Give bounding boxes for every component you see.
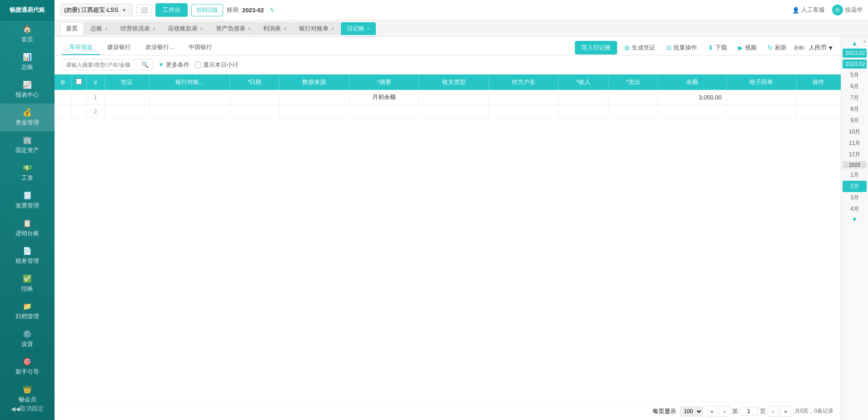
select-all-checkbox[interactable] (76, 79, 82, 84)
tab-assets-close[interactable]: × (248, 26, 251, 31)
date-panel-month-9[interactable]: 9月 (843, 115, 867, 126)
batch-op-icon: ⊟ (666, 44, 672, 51)
sidebar-item-guide[interactable]: 🎯 新手引导 (0, 353, 55, 380)
salary-icon: 💵 (23, 163, 32, 172)
sub-tabbar: 库存现金 建设银行 农业银行... 中国银行 导入日记账 ⊞ 生成凭证 (55, 37, 841, 55)
sidebar-item-asset[interactable]: 🏢 固定资产 (0, 131, 55, 159)
prev-page-button[interactable]: ‹ (719, 406, 730, 417)
page-number-input[interactable] (740, 407, 758, 416)
td-action (796, 90, 841, 105)
date-panel-month-8[interactable]: 8月 (843, 104, 867, 115)
search-icon[interactable]: 🔍 (141, 61, 149, 68)
settings-icon: ⚙️ (23, 330, 32, 338)
tab-profit-close[interactable]: × (284, 26, 286, 31)
date-panel-month-2[interactable]: 2月 (843, 181, 867, 192)
date-panel-close-button[interactable]: × (863, 39, 866, 45)
search-wrap[interactable]: 🔍 (62, 59, 153, 70)
th-checkbox[interactable] (71, 74, 86, 90)
sidebar-item-archive[interactable]: 📁 归档管理 (0, 297, 55, 325)
refresh-action[interactable]: ↻ 刷新 (764, 42, 790, 54)
th-counterparty: 对方户名 (489, 74, 559, 90)
user-service[interactable]: 👤 人工客服 (792, 6, 825, 14)
date-panel-year-header2: 2023.02 (843, 59, 867, 69)
first-page-button[interactable]: « (707, 406, 718, 417)
generate-voucher-icon: ⊞ (624, 44, 630, 51)
date-nav-up[interactable]: ▲ (851, 39, 859, 48)
th-date: *日期 (229, 74, 279, 90)
td-balance (658, 105, 727, 119)
page-label: 第 (732, 407, 738, 415)
switch-old-button[interactable]: 切到旧版 (191, 4, 223, 16)
tab-bankbook[interactable]: 银行对账单 × (293, 22, 340, 35)
date-panel-month-5[interactable]: 5月 (843, 69, 867, 81)
page-size-select[interactable]: 10 20 50 100 (680, 406, 703, 416)
sub-tab-ccb[interactable]: 建设银行 (100, 40, 138, 55)
daily-sum-checkbox[interactable] (195, 62, 201, 68)
date-panel-month-7[interactable]: 7月 (843, 92, 867, 104)
tab-ledger[interactable]: 总账 × (85, 22, 114, 35)
batch-op-action[interactable]: ⊟ 批量操作 (663, 42, 701, 54)
sidebar-item-home[interactable]: 🏠 首页 (0, 20, 55, 48)
user-info[interactable]: 徐 徐温华 (832, 5, 863, 15)
date-panel-month-6[interactable]: 6月 (843, 81, 867, 92)
view-action[interactable]: ▶ 视频 (734, 42, 760, 54)
generate-voucher-action[interactable]: ⊞ 生成凭证 (621, 42, 659, 54)
sidebar-item-settle[interactable]: ✅ 结账 (0, 270, 55, 297)
tab-receivable-close[interactable]: × (200, 26, 203, 31)
sidebar-item-report[interactable]: 📈 报表中心 (0, 76, 55, 104)
date-panel-month-11[interactable]: 11月 (843, 138, 867, 149)
app-logo: 畅捷通易代账 (0, 0, 55, 20)
avatar: 徐 (832, 5, 843, 15)
th-action: 操作 (796, 74, 841, 90)
tab-ledger-close[interactable]: × (105, 26, 108, 31)
download-action[interactable]: ⬇ 下载 (704, 42, 731, 54)
th-e-receipt: 电子回单 (727, 74, 797, 90)
sidebar-item-ledger[interactable]: 📊 总账 (0, 48, 55, 76)
tab-receivable[interactable]: 应收账款表 × (162, 22, 209, 35)
sidebar-item-fund[interactable]: 💰 资金管理 (0, 104, 55, 131)
tab-assets[interactable]: 资产负债表 × (210, 22, 257, 35)
table-row: 1 月初余额 3,050.00 (55, 90, 841, 105)
tab-journal-close[interactable]: × (367, 26, 370, 31)
sub-tab-abc[interactable]: 农业银行... (138, 40, 181, 55)
tab-journal[interactable]: 日记账 × (341, 22, 376, 35)
sidebar-item-salesledger[interactable]: 📋 进销台账 (0, 214, 55, 242)
workspace-button[interactable]: 工作台 (155, 3, 188, 17)
copy-button[interactable]: ⬜ (136, 5, 152, 16)
td-bank-contra (150, 90, 229, 105)
date-panel-month-12[interactable]: 12月 (843, 149, 867, 160)
currency-select[interactable]: 人民币 ▼ (809, 44, 833, 52)
td-date (229, 90, 279, 105)
sidebar-item-settings[interactable]: ⚙️ 设置 (0, 325, 55, 353)
date-panel-month-3[interactable]: 3月 (843, 192, 867, 203)
tab-bankbook-close[interactable]: × (331, 26, 334, 31)
td-e-receipt (727, 90, 797, 105)
company-selector[interactable]: (勿册) 江西超宝-LSS ▼ (60, 4, 133, 16)
sidebar-item-invoice[interactable]: 🧾 发票管理 (0, 187, 55, 214)
date-nav-down[interactable]: ▼ (851, 215, 859, 224)
sub-tab-boc[interactable]: 中国银行 (181, 40, 219, 55)
tab-business-close[interactable]: × (153, 26, 155, 31)
period-edit-icon[interactable]: ✎ (269, 7, 274, 14)
next-page-button[interactable]: › (768, 406, 778, 417)
tab-home[interactable]: 首页 (60, 22, 84, 35)
refresh-icon: ↻ (768, 44, 773, 51)
search-input[interactable] (66, 62, 140, 68)
sub-tab-cash[interactable]: 库存现金 (62, 40, 100, 55)
import-journal-button[interactable]: 导入日记账 (575, 41, 617, 54)
invoice-icon: 🧾 (23, 191, 32, 200)
show-daily-sum[interactable]: 显示本日小计 (195, 61, 239, 69)
date-panel-month-4[interactable]: 4月 (843, 203, 867, 215)
filter-more[interactable]: ▼ 更多条件 (158, 61, 190, 69)
th-settings[interactable]: ⚙ (55, 74, 71, 90)
sidebar-item-salary[interactable]: 💵 工资 (0, 159, 55, 187)
date-panel-month-1[interactable]: 1月 (843, 169, 867, 181)
settle-icon: ✅ (23, 274, 32, 283)
sidebar-item-tax[interactable]: 📄 税务管理 (0, 242, 55, 270)
date-panel-month-10[interactable]: 10月 (843, 126, 867, 138)
archive-icon: 📁 (23, 302, 32, 311)
tab-profit[interactable]: 利润表 × (257, 22, 292, 35)
unpin-button[interactable]: ◀◀ 取消固定 (0, 402, 55, 415)
last-page-button[interactable]: » (780, 406, 791, 417)
tab-business[interactable]: 经营状况表 × (115, 22, 161, 35)
